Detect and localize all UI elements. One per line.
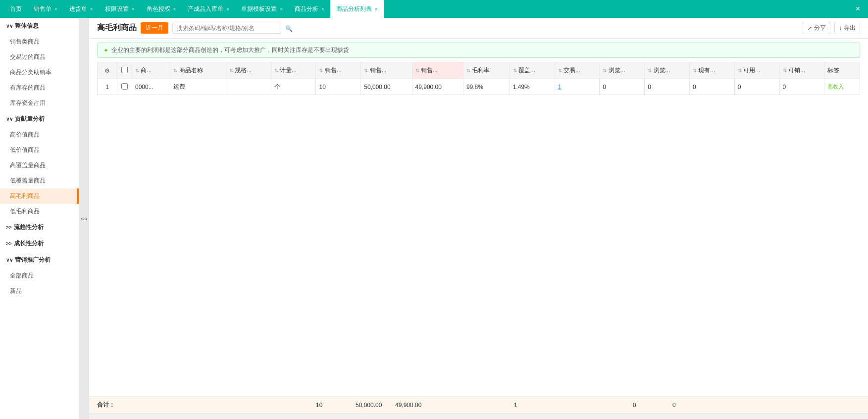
content-area: 高毛利商品 近一月 🔍 ↗ 分享 ↓ 导出 ✦ 企业的主要的利润都是这部分商品创… bbox=[89, 18, 868, 419]
footer-cost-val: 49,900.00 bbox=[392, 402, 432, 409]
footer-spacer7 bbox=[551, 402, 590, 409]
close-icon[interactable]: × bbox=[90, 6, 93, 12]
col-header-name[interactable]: ⇅ 商品名称 bbox=[170, 62, 226, 79]
sidebar-item-low-margin[interactable]: 低毛利商品 bbox=[0, 204, 79, 219]
nav-tab-template-settings[interactable]: 单据模板设置 × bbox=[235, 0, 289, 18]
col-header-checkbox[interactable] bbox=[117, 62, 132, 79]
nav-tab-product-analysis-list[interactable]: 商品分析列表 × bbox=[330, 0, 384, 18]
nav-tab-roles[interactable]: 角色授权 × bbox=[141, 0, 182, 18]
row-sales-cost: 49,900.00 bbox=[412, 79, 463, 95]
collapse-icon: « bbox=[81, 215, 87, 222]
col-header-code[interactable]: ⇅ 商... bbox=[132, 62, 170, 79]
sort-icon: ⇅ bbox=[415, 68, 419, 73]
row-code: 0000... bbox=[132, 79, 170, 95]
col-header-gear[interactable]: ⚙ bbox=[98, 62, 117, 79]
data-table-container: ⚙ ⇅ 商... ⇅ 商品名称 bbox=[89, 62, 868, 396]
col-header-spec[interactable]: ⇅ 规格... bbox=[226, 62, 271, 79]
sidebar-group-contribution[interactable]: ∨ 贡献量分析 bbox=[0, 111, 79, 127]
footer-label: 合计： bbox=[97, 401, 115, 409]
sort-icon: ⇅ bbox=[603, 68, 607, 73]
sort-icon: ⇅ bbox=[693, 68, 697, 73]
select-all-checkbox[interactable] bbox=[121, 67, 128, 73]
sort-icon: ⇅ bbox=[783, 68, 787, 73]
row-trade: 1 bbox=[555, 79, 600, 95]
filter-month-button[interactable]: 近一月 bbox=[141, 22, 168, 34]
sort-icon: ⇅ bbox=[513, 68, 517, 73]
share-button[interactable]: ↗ 分享 bbox=[803, 22, 830, 34]
data-table: ⚙ ⇅ 商... ⇅ 商品名称 bbox=[97, 62, 860, 95]
sidebar-item-low-value[interactable]: 低价值商品 bbox=[0, 142, 79, 158]
col-header-coverage[interactable]: ⇅ 覆盖... bbox=[510, 62, 555, 79]
sidebar-group-overall[interactable]: ∨ 整体信息 bbox=[0, 18, 79, 34]
footer-spacer3 bbox=[244, 402, 283, 409]
export-button[interactable]: ↓ 导出 bbox=[834, 22, 860, 34]
close-icon[interactable]: × bbox=[54, 6, 57, 12]
sidebar-item-in-stock[interactable]: 有库存的商品 bbox=[0, 80, 79, 95]
close-icon[interactable]: × bbox=[173, 6, 176, 12]
trade-link[interactable]: 1 bbox=[558, 84, 562, 91]
col-header-current[interactable]: ⇅ 现有... bbox=[689, 62, 734, 79]
col-header-unit[interactable]: ⇅ 计量... bbox=[271, 62, 316, 79]
sidebar-collapse-button[interactable]: « bbox=[79, 18, 89, 419]
close-icon[interactable]: × bbox=[375, 6, 378, 12]
sidebar-item-high-value[interactable]: 高价值商品 bbox=[0, 127, 79, 142]
row-browse2: 0 bbox=[645, 79, 690, 95]
sidebar-item-sales-products[interactable]: 销售类商品 bbox=[0, 34, 79, 49]
col-header-sales-cost[interactable]: ⇅ 销售... bbox=[412, 62, 463, 79]
sidebar-group-growth[interactable]: > 成长性分析 bbox=[0, 235, 79, 252]
nav-tab-permissions[interactable]: 权限设置 × bbox=[99, 0, 141, 18]
col-header-sales-qty[interactable]: ⇅ 销售... bbox=[316, 62, 361, 79]
horizontal-scrollbar[interactable] bbox=[89, 413, 868, 419]
row-coverage: 1.49% bbox=[510, 79, 555, 95]
expand-icon: ∨ bbox=[6, 257, 13, 263]
nav-tab-purchase[interactable]: 进货单 × bbox=[63, 0, 99, 18]
col-header-trade[interactable]: ⇅ 交易... bbox=[555, 62, 600, 79]
nav-tab-home[interactable]: 首页 bbox=[4, 0, 28, 18]
search-input[interactable] bbox=[172, 23, 281, 34]
nav-tab-products-inbound[interactable]: 产成品入库单 × bbox=[182, 0, 235, 18]
sidebar-item-traded-products[interactable]: 交易过的商品 bbox=[0, 49, 79, 65]
footer-amount-val: 50,000.00 bbox=[353, 402, 392, 409]
sidebar: ∨ 整体信息 销售类商品 交易过的商品 商品分类助销率 有库存的商品 库存资金占… bbox=[0, 18, 79, 419]
sidebar-item-all-products[interactable]: 全部商品 bbox=[0, 268, 79, 283]
col-header-browse1[interactable]: ⇅ 浏览... bbox=[600, 62, 645, 79]
sidebar-item-low-coverage[interactable]: 低覆盖量商品 bbox=[0, 173, 79, 188]
row-num: 1 bbox=[98, 79, 117, 95]
window-close-button[interactable]: × bbox=[852, 4, 864, 13]
sidebar-item-new-products[interactable]: 新品 bbox=[0, 283, 79, 299]
search-button[interactable]: 🔍 bbox=[285, 24, 293, 32]
expand-icon: ∨ bbox=[6, 23, 13, 29]
close-icon[interactable]: × bbox=[226, 6, 229, 12]
sidebar-item-high-margin[interactable]: 高毛利商品 bbox=[0, 188, 79, 204]
footer-qty-val: 10 bbox=[313, 402, 353, 409]
footer-trade-val: 1 bbox=[511, 402, 551, 409]
close-icon[interactable]: × bbox=[132, 6, 135, 12]
gear-icon: ⚙ bbox=[104, 67, 110, 74]
close-icon[interactable]: × bbox=[321, 6, 324, 12]
col-header-browse2[interactable]: ⇅ 浏览... bbox=[645, 62, 690, 79]
sidebar-item-stock-capital[interactable]: 库存资金占用 bbox=[0, 95, 79, 111]
col-header-sales-amount[interactable]: ⇅ 销售... bbox=[361, 62, 412, 79]
col-header-tag[interactable]: 标签 bbox=[824, 62, 860, 79]
col-header-gross-rate[interactable]: ⇅ 毛利率 bbox=[463, 62, 510, 79]
collapse-icon: > bbox=[6, 225, 12, 230]
table-footer: 合计： 10 50,000.00 49,900.00 1 0 0 bbox=[89, 396, 868, 413]
sidebar-item-high-coverage[interactable]: 高覆盖量商品 bbox=[0, 158, 79, 173]
close-icon[interactable]: × bbox=[280, 6, 283, 12]
col-header-available[interactable]: ⇅ 可用... bbox=[734, 62, 779, 79]
share-icon: ↗ bbox=[807, 25, 812, 32]
sort-icon: ⇅ bbox=[466, 68, 470, 73]
sidebar-item-category-rate[interactable]: 商品分类助销率 bbox=[0, 65, 79, 80]
row-checkbox[interactable] bbox=[117, 79, 132, 95]
footer-spacer1 bbox=[164, 402, 204, 409]
expand-icon: ∨ bbox=[6, 116, 13, 122]
col-header-saleable[interactable]: ⇅ 可销... bbox=[779, 62, 824, 79]
row-select-checkbox[interactable] bbox=[121, 83, 128, 90]
sort-icon: ⇅ bbox=[558, 68, 562, 73]
main-layout: ∨ 整体信息 销售类商品 交易过的商品 商品分类助销率 有库存的商品 库存资金占… bbox=[0, 18, 868, 419]
nav-tab-sales[interactable]: 销售单 × bbox=[28, 0, 63, 18]
nav-tab-product-analysis[interactable]: 商品分析 × bbox=[289, 0, 330, 18]
footer-spacer6 bbox=[471, 402, 511, 409]
sidebar-group-trend[interactable]: > 流趋性分析 bbox=[0, 219, 79, 235]
sidebar-group-marketing[interactable]: ∨ 营销推广分析 bbox=[0, 252, 79, 268]
